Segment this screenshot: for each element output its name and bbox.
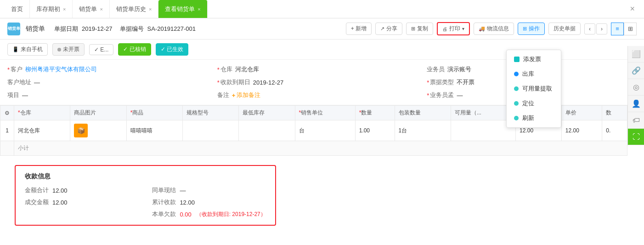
total-amount-value: 12.00 <box>52 187 68 194</box>
nav-arrows: ‹ › <box>584 23 607 34</box>
accumulated-payment-item: 累计收款 12.00 <box>152 198 266 206</box>
share-button[interactable]: ↗ 分享 <box>375 23 402 35</box>
doc-meta: 单据日期 2019-12-27 单据编号 SA-20191227-001 <box>54 25 196 33</box>
tab-view-sales[interactable]: 查看销货单 × <box>158 0 207 18</box>
dropdown-available-qty[interactable]: 可用量提取 <box>507 81 561 96</box>
main-area: 销货单 销货单 单据日期 2019-12-27 单据编号 SA-20191227… <box>0 18 644 245</box>
sidebar-link-icon[interactable]: 🔗 <box>628 63 644 79</box>
print-button[interactable]: 🖨 打印 ▾ <box>437 22 470 35</box>
col-amount: 数 <box>602 106 627 120</box>
close-view-sales-tab[interactable]: × <box>198 6 200 12</box>
right-sidebar: ⬜ 🔗 ◎ 👤 🏷 ⛶ <box>627 46 644 145</box>
doc-date: 单据日期 2019-12-27 <box>54 25 113 33</box>
tab-bar: 首页 库存期初 × 销货单 × 销货单历史 × 查看销货单 × × <box>0 0 644 18</box>
warehouse-field: * 仓库 河北仓库 <box>217 65 427 74</box>
col-spec: 规格型号 <box>182 106 238 120</box>
staff-value: 演示账号 <box>447 65 471 74</box>
outstanding-value: 0.00 <box>180 211 191 218</box>
warehouse-value: 河北仓库 <box>235 65 259 74</box>
list-view-button[interactable]: ≡ <box>611 23 624 35</box>
customer-field: * 客户 柳州粤港平安气体有限公司 <box>7 65 217 74</box>
outstanding-note: （收款到期日: 2019-12-27） <box>196 211 266 218</box>
copy-button[interactable]: ⊞ 复制 <box>406 23 433 35</box>
dropdown-add-invoice[interactable]: 添发票 <box>507 52 561 67</box>
col-settings[interactable]: ⚙ <box>0 106 14 120</box>
doc-number: 单据编号 SA-20191227-001 <box>120 25 196 33</box>
dropdown-outbound[interactable]: 出库 <box>507 67 561 81</box>
doc-icon: 销货单 <box>7 23 20 35</box>
customer-value[interactable]: 柳州粤港平安气体有限公司 <box>25 65 97 74</box>
tab-sales[interactable]: 销货单 × <box>73 0 109 18</box>
effective-button[interactable]: ✓ 已生效 <box>156 43 188 56</box>
payment-section: 收款信息 金额合计 12.00 同单现结 — 成交金额 12.00 累计收款 1… <box>15 165 276 226</box>
history-button[interactable]: 历史单据 <box>548 23 581 35</box>
ticket-type-value: 不开票 <box>457 78 475 86</box>
col-product: *商品 <box>126 106 182 120</box>
col-warehouse: *仓库 <box>14 106 70 120</box>
toolbar: + 新增 ↗ 分享 ⊞ 复制 🖨 打印 ▾ 🚚 物流信息 ⊞ 操作 <box>346 22 637 35</box>
address-value: — <box>34 79 40 86</box>
sidebar-tag-icon[interactable]: 🏷 <box>628 112 644 129</box>
salesperson-value: — <box>457 92 463 99</box>
check-button[interactable]: ✓ E... <box>89 44 113 55</box>
add-invoice-icon <box>514 57 520 62</box>
refresh-dot <box>514 116 519 120</box>
add-note-link[interactable]: 添加备注 <box>232 91 261 99</box>
sold-button[interactable]: ✓ 已核销 <box>118 43 151 56</box>
col-image: 商品图片 <box>70 106 126 120</box>
from-phone-button[interactable]: 📱 来自手机 <box>7 43 48 56</box>
doc-title-area: 销货单 销货单 <box>7 23 45 35</box>
grid-view-button[interactable]: ⊞ <box>624 23 637 35</box>
project-value: — <box>22 92 28 99</box>
sidebar-copy-icon[interactable]: ⬜ <box>628 46 644 63</box>
prev-arrow[interactable]: ‹ <box>584 23 595 34</box>
tab-inventory[interactable]: 库存期初 × <box>30 0 73 18</box>
payment-grid: 金额合计 12.00 同单现结 — 成交金额 12.00 累计收款 12.00 … <box>25 186 266 218</box>
accumulated-payment-value: 12.00 <box>180 199 195 206</box>
note-field: 备注 添加备注 <box>217 91 427 99</box>
doc-header: 销货单 销货单 单据日期 2019-12-27 单据编号 SA-20191227… <box>0 18 644 40</box>
outbound-dot <box>514 72 519 76</box>
available-qty-dot <box>514 86 519 91</box>
close-sales-tab[interactable]: × <box>100 6 102 12</box>
next-arrow[interactable]: › <box>596 23 607 34</box>
payment-wrapper: 收款信息 金额合计 12.00 同单现结 — 成交金额 12.00 累计收款 1… <box>0 156 644 235</box>
locate-dot <box>514 101 519 106</box>
col-unit: *销售单位 <box>295 106 355 120</box>
not-open-dot <box>57 48 61 51</box>
product-thumbnail: 📦 <box>74 124 88 137</box>
outstanding-item: 本单欠款 0.00 （收款到期日: 2019-12-27） <box>152 210 266 218</box>
tab-sales-history[interactable]: 销货单历史 × <box>110 0 158 18</box>
total-amount-item: 金额合计 12.00 <box>25 186 138 194</box>
close-window-button[interactable]: × <box>625 4 639 14</box>
subtotal-row: 小计 <box>0 141 627 156</box>
address-field: 客户地址 — <box>7 78 217 86</box>
payment-title: 收款信息 <box>25 172 266 181</box>
col-min-stock: 最低库存 <box>239 106 295 120</box>
new-button[interactable]: + 新增 <box>346 23 372 35</box>
close-inventory-tab[interactable]: × <box>63 6 66 12</box>
dropdown-locate[interactable]: 定位 <box>507 96 561 111</box>
due-date-field: * 收款到期日 2019-12-27 <box>217 78 427 86</box>
col-qty: *数量 <box>355 106 395 120</box>
logistics-button[interactable]: 🚚 物流信息 <box>474 23 514 35</box>
operations-button[interactable]: ⊞ 操作 <box>518 23 545 35</box>
col-unit-price: 单价 <box>561 106 602 120</box>
sidebar-expand-icon[interactable]: ⛶ <box>628 129 644 145</box>
transaction-amount-item: 成交金额 12.00 <box>25 198 138 206</box>
same-order-value: — <box>180 187 186 194</box>
doc-title: 销货单 <box>26 25 45 33</box>
due-date-value: 2019-12-27 <box>253 79 284 86</box>
sidebar-person-icon[interactable]: 👤 <box>628 96 644 112</box>
not-open-button[interactable]: 未开票 <box>52 43 85 56</box>
sidebar-circle-icon[interactable]: ◎ <box>628 79 644 96</box>
operations-dropdown: 添发票 出库 可用量提取 定位 刷新 <box>506 50 561 128</box>
dropdown-refresh[interactable]: 刷新 <box>507 111 561 125</box>
close-sales-history-tab[interactable]: × <box>149 6 152 12</box>
col-pack-qty: 包装数量 <box>395 106 451 120</box>
tab-home[interactable]: 首页 <box>5 0 30 18</box>
same-order-item: 同单现结 — <box>152 186 266 194</box>
view-buttons: ≡ ⊞ <box>611 23 637 35</box>
transaction-amount-value: 12.00 <box>52 199 68 206</box>
project-field: 项目 — <box>7 91 217 99</box>
